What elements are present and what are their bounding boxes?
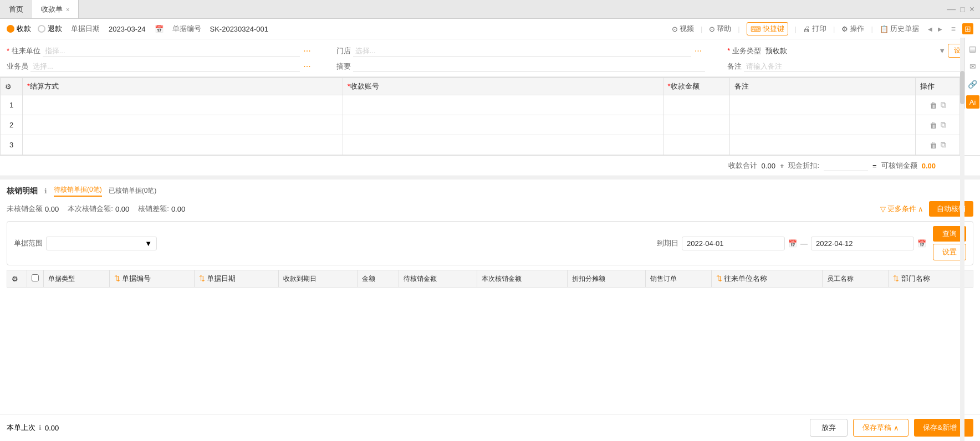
discount-input[interactable] <box>824 160 868 171</box>
ops-icon: ⚙ <box>841 25 848 33</box>
settings-icon: ⚙ <box>5 83 12 91</box>
row-copy-1[interactable]: ⧉ <box>941 100 946 110</box>
counter-party-label: 往来单位 <box>7 46 43 56</box>
bill-no-value: SK-20230324-001 <box>210 25 269 33</box>
bth-amount: 金额 <box>357 270 399 288</box>
row-account-2[interactable] <box>343 115 663 135</box>
video-btn[interactable]: ⊙ 视频 <box>672 24 694 34</box>
row-settlement-3[interactable] <box>23 135 343 155</box>
counter-party-more[interactable]: ··· <box>300 46 314 56</box>
row-remark-2[interactable] <box>729 115 915 135</box>
scroll-thumb[interactable] <box>960 71 964 104</box>
footer-info-icon[interactable]: ℹ <box>39 424 42 432</box>
hx-info-icon[interactable]: ℹ <box>44 187 47 195</box>
row-account-1[interactable] <box>343 95 663 115</box>
bth-settings[interactable]: ⚙ <box>7 270 27 288</box>
row-ops-1: 🗑 ⧉ <box>916 95 960 115</box>
row-copy-3[interactable]: ⧉ <box>941 140 946 150</box>
summary-input[interactable] <box>353 61 706 72</box>
shortcut-label: 快捷键 <box>763 24 784 34</box>
more-conditions-btn[interactable]: ▽ 更多条件 ∧ <box>880 204 923 214</box>
form-row-2: 业务员 ··· 摘要 备注 <box>7 61 973 72</box>
bth-order: 销售订单 <box>645 270 711 288</box>
select-all-checkbox[interactable] <box>32 274 39 281</box>
save-draft-btn[interactable]: 保存草稿 ∧ <box>853 419 908 437</box>
operations-btn[interactable]: ⚙ 操作 <box>841 24 864 34</box>
bth-no: ⇅ 单据编号 <box>110 270 195 288</box>
sidebar-link-icon[interactable]: 🔗 <box>966 78 979 91</box>
th-settings[interactable]: ⚙ <box>1 78 23 95</box>
history-label: 历史单据 <box>890 24 919 34</box>
business-type-group: 业务类型 预收款 ▼ 设置 <box>727 44 973 58</box>
bth-checkbox[interactable] <box>27 270 44 288</box>
row-delete-1[interactable]: 🗑 <box>930 101 937 110</box>
calendar-from-icon[interactable]: 📅 <box>788 239 797 248</box>
top-toolbar: 收款 退款 单据日期 2023-03-24 📅 单据编号 SK-20230324… <box>0 19 980 39</box>
row-remark-3[interactable] <box>729 135 915 155</box>
radio-refund[interactable]: 退款 <box>38 24 62 34</box>
auto-cancel-btn[interactable]: 自动核销 <box>929 201 973 217</box>
stat-uncancelled: 未核销金额 0.00 <box>7 204 59 214</box>
store-input[interactable] <box>353 45 691 57</box>
save-draft-chevron[interactable]: ∧ <box>894 424 899 432</box>
business-type-chevron[interactable]: ▼ <box>936 47 948 55</box>
sidebar-email-icon[interactable]: ✉ <box>966 60 979 73</box>
staff-input[interactable] <box>30 61 300 72</box>
due-date-label: 到期日 <box>657 238 678 248</box>
form-section: 往来单位 ··· 门店 ··· 业务类型 预收款 ▼ 设置 业务员 <box>0 39 980 77</box>
shortcut-btn[interactable]: ⌨ 快捷键 <box>747 22 788 35</box>
history-btn[interactable]: 📋 历史单据 <box>880 24 919 34</box>
calendar-icon[interactable]: 📅 <box>155 25 164 33</box>
store-group: 门店 ··· <box>336 45 706 57</box>
range-select[interactable]: ▼ <box>46 237 157 250</box>
counter-party-input[interactable] <box>43 45 300 57</box>
tab-close-icon[interactable]: × <box>66 6 69 13</box>
date-from-input[interactable] <box>682 237 785 250</box>
row-delete-2[interactable]: 🗑 <box>930 121 937 130</box>
store-more[interactable]: ··· <box>691 46 705 56</box>
date-to-input[interactable] <box>811 237 914 250</box>
row-copy-2[interactable]: ⧉ <box>941 120 946 130</box>
sidebar-ai-icon[interactable]: Ai <box>966 95 979 109</box>
bth-date: ⇅ 单据日期 <box>194 270 279 288</box>
window-minimize-icon[interactable]: — <box>947 4 956 14</box>
hx-tab-pending[interactable]: 待核销单据(0笔) <box>54 185 102 197</box>
row-amount-2[interactable] <box>663 115 729 135</box>
scroll-track <box>960 38 964 441</box>
tab-home[interactable]: 首页 <box>0 0 32 18</box>
bth-current: 本次核销金额 <box>477 270 567 288</box>
row-delete-3[interactable]: 🗑 <box>930 141 937 150</box>
hx-tab-done[interactable]: 已核销单据(0笔) <box>109 186 157 196</box>
row-amount-3[interactable] <box>663 135 729 155</box>
help-btn[interactable]: ⊙ 帮助 <box>709 24 731 34</box>
row-remark-1[interactable] <box>729 95 915 115</box>
bth-discount: 折扣分摊额 <box>567 270 645 288</box>
grid-view-icon[interactable]: ⊞ <box>962 23 973 34</box>
equals-sign: = <box>872 162 877 170</box>
row-account-3[interactable] <box>343 135 663 155</box>
window-close-icon[interactable]: × <box>969 4 974 14</box>
tab-bar: 首页 收款单 × — □ × <box>0 0 980 19</box>
row-ops-3: 🗑 ⧉ <box>916 135 960 155</box>
remark-input[interactable] <box>744 61 973 72</box>
discard-btn[interactable]: 放弃 <box>810 419 848 437</box>
nav-next[interactable]: ▶ <box>936 23 945 34</box>
bth-staff: 员工名称 <box>823 270 889 288</box>
staff-more[interactable]: ··· <box>300 61 314 71</box>
tab-active[interactable]: 收款单 × <box>32 0 79 18</box>
row-amount-1[interactable] <box>663 95 729 115</box>
calendar-to-icon[interactable]: 📅 <box>917 239 926 248</box>
row-num-2: 2 <box>1 115 23 135</box>
sidebar-table-icon[interactable]: ▤ <box>966 42 979 55</box>
nav-prev[interactable]: ◀ <box>926 23 935 34</box>
row-settlement-1[interactable] <box>23 95 343 115</box>
print-btn[interactable]: 🖨 打印 <box>803 24 826 34</box>
radio-payment[interactable]: 收款 <box>7 24 31 34</box>
window-maximize-icon[interactable]: □ <box>960 5 964 14</box>
bth-type: 单据类型 <box>44 270 110 288</box>
list-view-icon[interactable]: ≡ <box>951 24 956 33</box>
row-settlement-2[interactable] <box>23 115 343 135</box>
footer: 本单上次 ℹ 0.00 放弃 保存草稿 ∧ 保存&新增 ∧ <box>0 414 980 441</box>
range-label: 单据范围 <box>14 238 43 248</box>
bth-due-date: 收款到期日 <box>279 270 357 288</box>
